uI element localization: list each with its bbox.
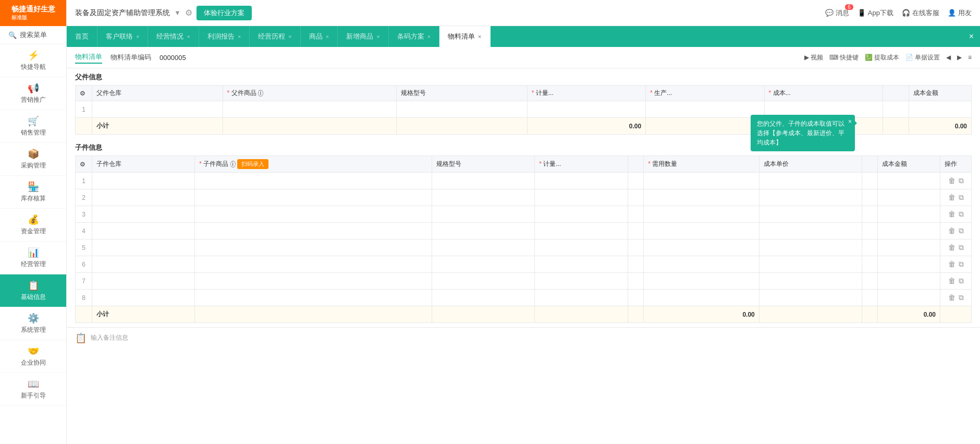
child-row-6-delete-icon[interactable]: 🗑 — [948, 260, 956, 269]
child-row-7-spec[interactable] — [432, 273, 535, 290]
app-download-button[interactable]: 📱 App下载 — [858, 8, 893, 18]
child-row-4-delete-icon[interactable]: 🗑 — [948, 226, 956, 235]
child-row-1-spec[interactable] — [432, 173, 535, 189]
tab-customer[interactable]: 客户联络 × — [97, 26, 148, 47]
child-row-6-price[interactable] — [759, 256, 862, 273]
child-row-1-warehouse[interactable] — [92, 173, 195, 189]
tab-barcode-close[interactable]: × — [427, 33, 431, 40]
child-row-2-qty[interactable] — [644, 189, 760, 206]
child-row-8-price[interactable] — [759, 290, 862, 306]
child-row-1-goods[interactable] — [195, 173, 432, 189]
child-row-5-goods[interactable] — [195, 239, 432, 256]
child-row-7-copy-icon[interactable]: ⧉ — [959, 277, 964, 285]
child-row-5-qty[interactable] — [644, 239, 760, 256]
tab-ops-close[interactable]: × — [187, 33, 190, 40]
child-row-4-price[interactable] — [759, 223, 862, 239]
extract-cost-button[interactable]: 💹 提取成本 — [865, 53, 899, 62]
child-row-1-unit[interactable] — [535, 173, 628, 189]
child-row-4-warehouse[interactable] — [92, 223, 195, 239]
tab-operations-status[interactable]: 经营情况 × — [148, 26, 199, 47]
shortcut-button[interactable]: ⌨ 快捷键 — [829, 53, 859, 62]
sidebar-item-quick-nav[interactable]: ⚡ 快捷导航 — [0, 44, 66, 77]
child-row-8-goods[interactable] — [195, 290, 432, 306]
child-row-3-unit[interactable] — [535, 206, 628, 223]
child-row-5-copy-icon[interactable]: ⧉ — [959, 243, 964, 252]
child-row-7-warehouse[interactable] — [92, 273, 195, 290]
child-row-6-copy-icon[interactable]: ⧉ — [959, 260, 964, 269]
child-row-2-warehouse[interactable] — [92, 189, 195, 206]
child-row-2-goods[interactable] — [195, 189, 432, 206]
child-row-1-copy-icon[interactable]: ⧉ — [959, 176, 964, 185]
sidebar-item-finance[interactable]: 💰 资金管理 — [0, 209, 66, 242]
sidebar-item-purchase[interactable]: 📦 采购管理 — [0, 143, 66, 176]
child-row-8-warehouse[interactable] — [92, 290, 195, 306]
child-row-4-copy-icon[interactable]: ⧉ — [959, 226, 964, 235]
child-row-7-qty[interactable] — [644, 273, 760, 290]
prev-button[interactable]: ◀ — [946, 54, 951, 61]
menu-button[interactable]: ≡ — [968, 54, 972, 61]
subtab-bom-code[interactable]: 物料清单编码 — [111, 52, 151, 63]
child-row-7-price[interactable] — [759, 273, 862, 290]
sidebar-item-inventory[interactable]: 🏪 库存核算 — [0, 176, 66, 209]
view-button[interactable]: ▶ 视频 — [804, 53, 823, 62]
child-row-1-qty[interactable] — [644, 173, 760, 189]
dropdown-icon[interactable]: ▼ — [174, 9, 181, 17]
sidebar-item-enterprise[interactable]: 🤝 企业协同 — [0, 340, 66, 373]
child-row-4-spec[interactable] — [432, 223, 535, 239]
parent-row-1-produce[interactable] — [646, 101, 764, 118]
subtab-bom-list[interactable]: 物料清单 — [75, 51, 102, 64]
trial-button[interactable]: 体验行业方案 — [197, 6, 252, 20]
child-row-3-qty[interactable] — [644, 206, 760, 223]
tab-close-all[interactable]: × — [963, 32, 980, 41]
child-row-8-qty[interactable] — [644, 290, 760, 306]
tab-home[interactable]: 首页 — [67, 26, 97, 47]
child-row-6-unit[interactable] — [535, 256, 628, 273]
tab-customer-close[interactable]: × — [136, 33, 139, 40]
single-settings-button[interactable]: 📄 单据设置 — [905, 53, 940, 62]
child-row-2-spec[interactable] — [432, 189, 535, 206]
child-row-4-goods[interactable] — [195, 223, 432, 239]
parent-row-1-warehouse[interactable] — [92, 101, 223, 118]
child-row-6-qty[interactable] — [644, 256, 760, 273]
sidebar-item-system[interactable]: ⚙️ 系统管理 — [0, 307, 66, 340]
tooltip-close-button[interactable]: × — [848, 117, 852, 126]
bottom-label[interactable]: 输入备注信息 — [91, 333, 128, 342]
child-row-2-unit[interactable] — [535, 189, 628, 206]
child-row-2-delete-icon[interactable]: 🗑 — [948, 193, 956, 202]
parent-row-1-spec[interactable] — [397, 101, 528, 118]
tab-history-close[interactable]: × — [288, 33, 291, 40]
tab-bom-close[interactable]: × — [478, 33, 481, 40]
user-button[interactable]: 👤 用友 — [948, 8, 972, 18]
search-menu-item[interactable]: 🔍 搜索菜单 — [0, 26, 66, 44]
child-row-7-goods[interactable] — [195, 273, 432, 290]
child-row-5-delete-icon[interactable]: 🗑 — [948, 243, 956, 252]
child-row-7-unit[interactable] — [535, 273, 628, 290]
child-row-5-spec[interactable] — [432, 239, 535, 256]
child-row-4-unit[interactable] — [535, 223, 628, 239]
child-row-3-copy-icon[interactable]: ⧉ — [959, 210, 964, 219]
child-row-3-goods[interactable] — [195, 206, 432, 223]
child-row-7-delete-icon[interactable]: 🗑 — [948, 277, 956, 285]
sidebar-item-basic-info[interactable]: 📋 基础信息 — [0, 274, 66, 307]
tab-goods[interactable]: 商品 × — [301, 26, 338, 47]
child-row-5-warehouse[interactable] — [92, 239, 195, 256]
child-row-3-delete-icon[interactable]: 🗑 — [948, 210, 956, 219]
next-button[interactable]: ▶ — [957, 54, 962, 61]
tab-history[interactable]: 经营历程 × — [250, 26, 300, 47]
tab-new-goods-close[interactable]: × — [376, 33, 379, 40]
child-row-8-unit[interactable] — [535, 290, 628, 306]
sidebar-item-operations[interactable]: 📊 经营管理 — [0, 242, 66, 274]
tab-profit-close[interactable]: × — [238, 33, 241, 40]
child-row-6-goods[interactable] — [195, 256, 432, 273]
child-row-5-unit[interactable] — [535, 239, 628, 256]
parent-row-1-goods[interactable] — [223, 101, 397, 118]
child-row-2-copy-icon[interactable]: ⧉ — [959, 193, 964, 202]
tab-barcode[interactable]: 条码方案 × — [389, 26, 439, 47]
tab-bom[interactable]: 物料清单 × — [439, 26, 490, 47]
child-row-8-spec[interactable] — [432, 290, 535, 306]
message-button[interactable]: 💬 消息 6 — [825, 8, 849, 18]
tab-goods-close[interactable]: × — [326, 33, 329, 40]
parent-row-1-unit[interactable] — [527, 101, 645, 118]
child-row-6-warehouse[interactable] — [92, 256, 195, 273]
online-service-button[interactable]: 🎧 在线客服 — [902, 8, 939, 18]
